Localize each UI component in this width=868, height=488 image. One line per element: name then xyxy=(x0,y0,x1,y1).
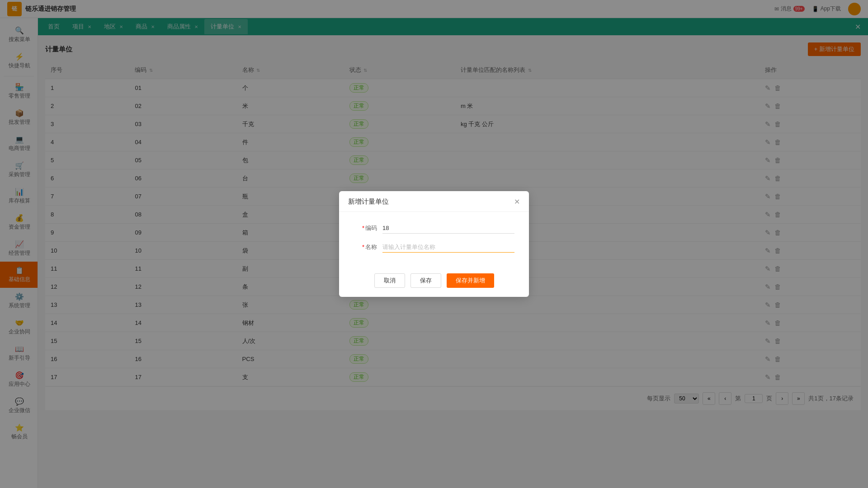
modal-overlay: 新增计量单位 ✕ *编码 *名称 取消 保存 保存并新增 xyxy=(0,0,868,488)
dialog-close-button[interactable]: ✕ xyxy=(514,197,520,206)
name-required-mark: * xyxy=(362,244,364,250)
code-required-mark: * xyxy=(362,225,364,231)
form-row-name: *名称 xyxy=(354,242,514,253)
save-button[interactable]: 保存 xyxy=(410,273,441,288)
cancel-button[interactable]: 取消 xyxy=(374,273,405,288)
dialog-title: 新增计量单位 xyxy=(348,197,389,206)
name-input[interactable] xyxy=(382,242,514,253)
add-unit-dialog: 新增计量单位 ✕ *编码 *名称 取消 保存 保存并新增 xyxy=(339,191,529,297)
dialog-header: 新增计量单位 ✕ xyxy=(339,191,529,212)
dialog-body: *编码 *名称 xyxy=(339,212,529,268)
name-label: *名称 xyxy=(354,243,377,251)
form-row-code: *编码 xyxy=(354,223,514,234)
dialog-footer: 取消 保存 保存并新增 xyxy=(339,268,529,297)
code-label: *编码 xyxy=(354,224,377,232)
code-input[interactable] xyxy=(382,223,514,234)
save-continue-button[interactable]: 保存并新增 xyxy=(447,273,494,288)
